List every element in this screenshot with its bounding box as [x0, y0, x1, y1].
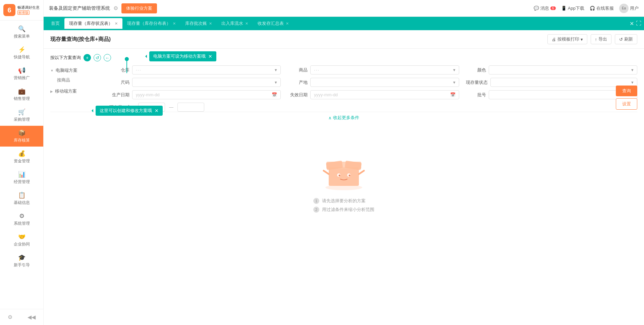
tab-flow[interactable]: 出入库流水 ✕	[217, 18, 253, 29]
scheme-group-pc-header[interactable]: ▼ 电脑端方案	[50, 65, 104, 75]
tab-expand-btn[interactable]: ⛶	[636, 20, 641, 27]
scheme-tooltip-close[interactable]: ✕	[208, 54, 212, 59]
empty-step-1: 1 请先选择要分析的方案	[313, 198, 374, 204]
enterprise-icon: 🤝	[18, 233, 25, 240]
sales-icon: 💼	[18, 88, 25, 95]
goods-label: 商品	[287, 67, 308, 73]
svg-line-9	[324, 171, 329, 174]
online-service-btn[interactable]: 🎧 在线客服	[590, 5, 614, 11]
industry-btn[interactable]: 体验行业方案	[121, 3, 157, 13]
production-date-input[interactable]: yyyy-mm-dd 📅	[132, 90, 281, 99]
sidebar-item-operations[interactable]: 📊 经营管理	[0, 167, 43, 188]
step-num-1: 1	[313, 198, 319, 204]
empty-steps: 1 请先选择要分析的方案 2 用过滤条件来缩小分析范围	[313, 198, 374, 213]
tab-inventory-dist[interactable]: 现存量（库存分布表） ✕	[122, 18, 180, 29]
tab-home[interactable]: 首页	[46, 18, 64, 29]
origin-select[interactable]: ▾	[310, 78, 459, 87]
sidebar-item-finance[interactable]: 💰 资金管理	[0, 147, 43, 167]
topbar-left: 装备及固定资产辅助管理系统 ⚙ 体验行业方案	[49, 3, 157, 13]
message-icon: 💬	[534, 6, 539, 11]
tab-close-flow[interactable]: ✕	[245, 21, 248, 26]
filter-form-area: 仓库 ··· ▾ 商品 ··· ▾	[109, 65, 637, 112]
tab-inventory-status[interactable]: 现存量（库存状况表） ✕	[64, 18, 122, 29]
sidebar-item-search[interactable]: 🔍 搜索菜单	[0, 22, 43, 43]
topbar-gear-icon[interactable]: ⚙	[113, 5, 118, 11]
sidebar-item-guide[interactable]: 🎓 新手引导	[0, 251, 43, 271]
calendar-icon-2: 📅	[450, 92, 455, 97]
sidebar-item-system[interactable]: ⚙ 系统管理	[0, 209, 43, 230]
size-field: 尺码 ▾	[109, 78, 281, 87]
search-btn-area: 查询 设置	[616, 86, 637, 110]
batch-field: 批号	[466, 90, 637, 99]
setting-btn[interactable]: 设置	[616, 98, 637, 110]
page-header: 现存量查询(按仓库+商品) 🖨 按模板打印 ▾ ↑ 导出 ↺ 刷新	[44, 30, 644, 49]
guide-icon: 🎓	[18, 254, 25, 261]
warehouse-select[interactable]: ··· ▾	[132, 65, 281, 74]
tab-close-all-btn[interactable]: ✕	[630, 20, 634, 27]
sidebar-item-marketing[interactable]: 📢 营销推广	[0, 63, 43, 84]
inventory-status-select[interactable]: ▾	[490, 78, 637, 87]
sidebar-item-purchase[interactable]: 🛒 采购管理	[0, 105, 43, 126]
filter-refresh-btn[interactable]: ↺	[94, 54, 101, 61]
tab-close-summary[interactable]: ✕	[286, 21, 289, 26]
print-btn[interactable]: 🖨 按模板打印 ▾	[547, 34, 587, 44]
warehouse-field: 仓库 ··· ▾	[109, 65, 281, 74]
quantity-max-input[interactable]	[177, 103, 204, 112]
tab-summary[interactable]: 收发存汇总表 ✕	[253, 18, 293, 29]
expiry-date-field: 失效日期 yyyy-mm-dd 📅	[287, 90, 459, 99]
search-icon: 🔍	[18, 25, 25, 33]
batch-input[interactable]	[489, 90, 637, 99]
scheme-tooltip: 电脑方案可设为移动方案哦 ✕	[149, 51, 216, 61]
filter-prev-btn[interactable]: ←	[104, 54, 111, 61]
tab-close-batch[interactable]: ✕	[209, 21, 212, 26]
query-btn[interactable]: 查询	[616, 86, 637, 96]
topbar-right: 💬 消息 6 📱 App下载 🎧 在线客服 Ea 用户	[534, 4, 639, 13]
refresh-icon: ↺	[619, 37, 623, 42]
expiry-date-input[interactable]: yyyy-mm-dd 📅	[310, 90, 459, 99]
svg-point-8	[349, 175, 351, 176]
filter-add-btn[interactable]: +	[84, 54, 91, 61]
scheme-sub-item-pc[interactable]: 按商品	[57, 75, 104, 85]
collapse-sidebar-btn[interactable]: ◀◀	[26, 313, 37, 322]
app-download-btn[interactable]: 📱 App下载	[561, 5, 584, 11]
tabbar-end: ✕ ⛶	[630, 20, 641, 27]
sidebar-item-sales[interactable]: 💼 销售管理	[0, 84, 43, 105]
logo-area: 6 畅通调好生意 标准版	[0, 0, 43, 20]
user-menu[interactable]: Ea 用户	[619, 4, 639, 13]
tab-close-inventory-dist[interactable]: ✕	[173, 21, 176, 26]
basics-icon: 📋	[18, 192, 25, 199]
empty-svg	[317, 149, 371, 193]
origin-field: 产地 ▾	[287, 78, 459, 87]
operations-icon: 📊	[18, 171, 25, 178]
system-name: 装备及固定资产辅助管理系统	[49, 5, 110, 11]
color-select[interactable]: ▾	[489, 65, 637, 74]
filter-body: ▼ 电脑端方案 按商品 ▶ 移动端方案	[50, 65, 637, 112]
scheme-group-mobile-header[interactable]: ▶ 移动端方案	[50, 86, 104, 96]
topbar: 装备及固定资产辅助管理系统 ⚙ 体验行业方案 💬 消息 6 📱 App下载 🎧 …	[44, 0, 644, 17]
tab-batch-account[interactable]: 库存批次账 ✕	[180, 18, 217, 29]
sidebar-item-quicknav[interactable]: ⚡ 快捷导航	[0, 43, 43, 63]
headset-icon: 🎧	[590, 6, 595, 11]
sidebar-item-enterprise[interactable]: 🤝 企业协同	[0, 230, 43, 251]
export-icon: ↑	[595, 37, 597, 42]
refresh-btn[interactable]: ↺ 刷新	[615, 34, 637, 44]
tab-close-inventory-status[interactable]: ✕	[115, 21, 118, 26]
size-label: 尺码	[109, 79, 129, 86]
phone-icon: 📱	[561, 6, 567, 11]
sidebar-item-basics[interactable]: 📋 基础信息	[0, 188, 43, 209]
goods-select[interactable]: ··· ▾	[310, 65, 459, 74]
filter-area: 按以下方案查询 + ↺ ← 电脑方案可设为移动方案哦 ✕	[44, 49, 644, 129]
filter-label: 按以下方案查询	[50, 55, 81, 61]
logo-text: 畅通调好生意 标准版	[17, 5, 40, 15]
sidebar-bottom: ⚙ ◀◀	[0, 309, 43, 325]
sidebar-item-inventory[interactable]: 📦 库存核算	[0, 126, 43, 147]
export-btn[interactable]: ↑ 导出	[591, 34, 612, 44]
edit-tooltip-close[interactable]: ✕	[155, 108, 159, 113]
avatar: Ea	[619, 4, 629, 13]
message-btn[interactable]: 💬 消息 6	[534, 5, 556, 11]
calendar-icon-1: 📅	[272, 92, 277, 97]
batch-label: 批号	[466, 92, 486, 98]
settings-bottom-btn[interactable]: ⚙	[6, 313, 14, 322]
chevron-down-icon: ▾	[581, 37, 583, 42]
size-select[interactable]: ▾	[132, 78, 281, 87]
